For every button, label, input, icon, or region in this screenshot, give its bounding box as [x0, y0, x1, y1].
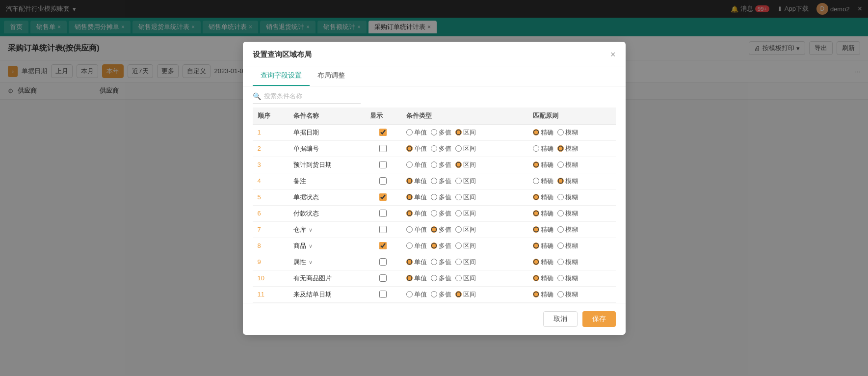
match-option-精确[interactable]: 精确 — [533, 290, 553, 299]
type-radio-单值[interactable] — [406, 242, 413, 249]
type-radio-区间[interactable] — [455, 275, 462, 281]
match-option-精确[interactable]: 精确 — [533, 128, 553, 137]
type-option-单值[interactable]: 单值 — [406, 177, 427, 186]
type-radio-区间[interactable] — [455, 178, 462, 184]
display-checkbox[interactable] — [379, 291, 387, 298]
display-checkbox[interactable] — [379, 210, 387, 217]
match-option-模糊[interactable]: 模糊 — [557, 258, 578, 267]
cancel-button[interactable]: 取消 — [543, 311, 578, 327]
type-radio-多值[interactable] — [431, 145, 437, 152]
match-option-模糊[interactable]: 模糊 — [557, 290, 578, 299]
match-option-精确[interactable]: 精确 — [533, 193, 553, 202]
type-option-多值[interactable]: 多值 — [431, 290, 451, 299]
match-option-模糊[interactable]: 模糊 — [557, 242, 578, 250]
type-radio-区间[interactable] — [455, 226, 462, 233]
match-radio-精确[interactable] — [533, 259, 539, 265]
type-radio-多值[interactable] — [431, 275, 437, 281]
match-option-模糊[interactable]: 模糊 — [557, 177, 578, 186]
type-radio-区间[interactable] — [455, 210, 462, 216]
type-option-区间[interactable]: 区间 — [455, 144, 476, 153]
dialog-close-button[interactable]: × — [610, 50, 616, 60]
type-option-单值[interactable]: 单值 — [406, 128, 427, 137]
type-option-多值[interactable]: 多值 — [431, 161, 451, 169]
type-radio-单值[interactable] — [406, 210, 413, 216]
tab-layout-adjust[interactable]: 布局调整 — [310, 66, 353, 86]
match-option-模糊[interactable]: 模糊 — [557, 161, 578, 169]
type-option-区间[interactable]: 区间 — [455, 209, 476, 218]
match-radio-精确[interactable] — [533, 178, 539, 184]
match-radio-精确[interactable] — [533, 242, 539, 249]
display-checkbox[interactable] — [379, 242, 387, 249]
match-option-模糊[interactable]: 模糊 — [557, 144, 578, 153]
display-checkbox[interactable] — [379, 145, 387, 152]
type-option-区间[interactable]: 区间 — [455, 193, 476, 202]
match-radio-模糊[interactable] — [557, 210, 564, 216]
type-radio-多值[interactable] — [431, 210, 437, 216]
type-radio-单值[interactable] — [406, 194, 413, 200]
match-radio-模糊[interactable] — [557, 194, 564, 200]
type-option-单值[interactable]: 单值 — [406, 144, 427, 153]
type-radio-区间[interactable] — [455, 259, 462, 265]
type-radio-区间[interactable] — [455, 161, 462, 168]
type-radio-多值[interactable] — [431, 291, 437, 297]
display-checkbox[interactable] — [379, 177, 387, 185]
type-option-区间[interactable]: 区间 — [455, 177, 476, 186]
type-option-多值[interactable]: 多值 — [431, 242, 451, 250]
type-option-多值[interactable]: 多值 — [431, 209, 451, 218]
type-option-区间[interactable]: 区间 — [455, 242, 476, 250]
tab-query-fields[interactable]: 查询字段设置 — [253, 66, 310, 86]
match-option-精确[interactable]: 精确 — [533, 258, 553, 267]
type-radio-单值[interactable] — [406, 259, 413, 265]
type-option-区间[interactable]: 区间 — [455, 258, 476, 267]
type-radio-多值[interactable] — [431, 226, 437, 233]
type-radio-单值[interactable] — [406, 178, 413, 184]
match-radio-模糊[interactable] — [557, 178, 564, 184]
match-radio-精确[interactable] — [533, 291, 539, 297]
display-checkbox[interactable] — [379, 274, 387, 282]
match-radio-模糊[interactable] — [557, 291, 564, 297]
type-option-区间[interactable]: 区间 — [455, 290, 476, 299]
type-option-单值[interactable]: 单值 — [406, 193, 427, 202]
match-radio-精确[interactable] — [533, 275, 539, 281]
display-checkbox[interactable] — [379, 258, 387, 266]
match-radio-精确[interactable] — [533, 226, 539, 233]
match-radio-精确[interactable] — [533, 161, 539, 168]
type-radio-单值[interactable] — [406, 291, 413, 297]
match-radio-精确[interactable] — [533, 145, 539, 152]
type-radio-多值[interactable] — [431, 178, 437, 184]
type-option-单值[interactable]: 单值 — [406, 258, 427, 267]
type-radio-单值[interactable] — [406, 145, 413, 152]
match-radio-模糊[interactable] — [557, 275, 564, 281]
type-option-单值[interactable]: 单值 — [406, 242, 427, 250]
display-checkbox[interactable] — [379, 193, 387, 201]
type-radio-单值[interactable] — [406, 129, 413, 135]
type-option-单值[interactable]: 单值 — [406, 274, 427, 283]
match-radio-精确[interactable] — [533, 129, 539, 135]
type-option-多值[interactable]: 多值 — [431, 177, 451, 186]
type-radio-单值[interactable] — [406, 161, 413, 168]
type-option-多值[interactable]: 多值 — [431, 274, 451, 283]
match-option-精确[interactable]: 精确 — [533, 274, 553, 283]
type-radio-区间[interactable] — [455, 291, 462, 297]
dropdown-arrow-icon[interactable]: ∨ — [309, 227, 313, 233]
type-option-单值[interactable]: 单值 — [406, 209, 427, 218]
type-option-区间[interactable]: 区间 — [455, 225, 476, 234]
dropdown-arrow-icon[interactable]: ∨ — [309, 243, 313, 249]
type-option-多值[interactable]: 多值 — [431, 193, 451, 202]
type-option-单值[interactable]: 单值 — [406, 161, 427, 169]
type-option-多值[interactable]: 多值 — [431, 258, 451, 267]
type-radio-区间[interactable] — [455, 129, 462, 135]
match-option-精确[interactable]: 精确 — [533, 144, 553, 153]
match-radio-模糊[interactable] — [557, 259, 564, 265]
match-radio-精确[interactable] — [533, 194, 539, 200]
match-radio-精确[interactable] — [533, 210, 539, 216]
match-option-模糊[interactable]: 模糊 — [557, 225, 578, 234]
match-option-模糊[interactable]: 模糊 — [557, 128, 578, 137]
type-option-区间[interactable]: 区间 — [455, 274, 476, 283]
type-radio-多值[interactable] — [431, 259, 437, 265]
type-option-多值[interactable]: 多值 — [431, 225, 451, 234]
type-option-单值[interactable]: 单值 — [406, 225, 427, 234]
type-radio-区间[interactable] — [455, 242, 462, 249]
match-radio-模糊[interactable] — [557, 161, 564, 168]
match-option-精确[interactable]: 精确 — [533, 177, 553, 186]
